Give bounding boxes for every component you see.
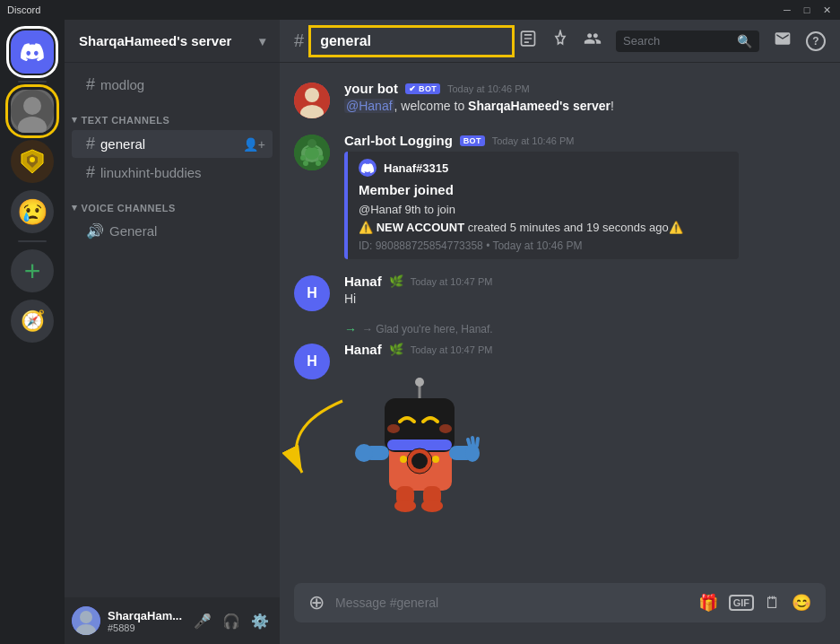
close-button[interactable]: ✕ xyxy=(820,4,833,16)
add-attachment-button[interactable]: ⊕ xyxy=(308,591,325,614)
message-input[interactable] xyxy=(335,596,688,610)
leaf-badge-hanaf2: 🌿 xyxy=(389,343,403,356)
message-content-hanaf1: Hanaf 🌿 Today at 10:47 PM Hi xyxy=(344,274,826,311)
add-server-button[interactable]: + xyxy=(11,249,54,292)
message-group-carlbot: Carl-bot Logging BOT Today at 10:46 PM xyxy=(280,129,840,263)
svg-point-41 xyxy=(387,424,400,433)
robot-image xyxy=(344,361,826,517)
message-time-hanaf2: Today at 10:47 PM xyxy=(411,344,493,355)
svg-point-1 xyxy=(23,97,41,115)
svg-point-19 xyxy=(316,161,321,166)
threads-icon[interactable] xyxy=(519,30,537,52)
message-group-hanaf2-wrapper: → → Glad you're here, Hanaf. H Hanaf 🌿 T… xyxy=(280,322,840,520)
user-discriminator: #5889 xyxy=(108,622,183,633)
search-icon: 🔍 xyxy=(737,34,752,48)
input-icons: 🎁 GIF 🗒 😊 xyxy=(698,593,811,613)
server-icon-server2[interactable] xyxy=(11,140,54,183)
user-controls: 🎤 🎧 ⚙️ xyxy=(190,608,273,633)
title-bar: Discord ─ □ ✕ xyxy=(0,0,840,20)
message-author-carlbot: Carl-bot Logging xyxy=(344,133,453,148)
embed-id: ID: 980888725854773358 • Today at 10:46 … xyxy=(359,239,728,252)
message-author-yourbot: your bot xyxy=(344,81,398,96)
add-member-icon[interactable]: 👤+ xyxy=(243,137,265,152)
channel-hash-icon: # xyxy=(294,30,304,51)
channel-item-general-voice[interactable]: 🔊 General xyxy=(72,218,273,244)
collapse-icon-voice: ▾ xyxy=(72,202,78,213)
channel-header: # general xyxy=(280,20,840,63)
bot-badge-carlbot: BOT xyxy=(460,135,485,146)
chevron-down-icon: ▾ xyxy=(259,34,265,48)
message-author-hanaf2: Hanaf xyxy=(344,342,382,357)
avatar-hanaf2: H xyxy=(294,344,330,379)
embed-author-icon xyxy=(359,159,377,177)
svg-point-5 xyxy=(30,157,35,162)
search-box[interactable]: 🔍 xyxy=(616,30,759,52)
inbox-icon[interactable] xyxy=(774,30,792,52)
help-icon[interactable]: ? xyxy=(806,31,826,51)
channel-item-general[interactable]: # general 👤+ xyxy=(72,130,273,158)
svg-line-40 xyxy=(477,439,478,446)
speaker-icon: 🔊 xyxy=(86,222,104,239)
embed-author-name: Hanaf#3315 xyxy=(384,161,448,175)
message-author-hanaf1: Hanaf xyxy=(344,274,382,289)
embed-title: Member joined xyxy=(359,182,728,197)
bot-badge-yourbot: ✔ BOT xyxy=(405,83,440,94)
message-content-yourbot: your bot ✔ BOT Today at 10:46 PM @Hanaf,… xyxy=(344,81,826,118)
svg-point-35 xyxy=(400,456,407,463)
user-area: SharqaHam... #5889 🎤 🎧 ⚙️ xyxy=(65,597,280,644)
leaf-badge-hanaf1: 🌿 xyxy=(389,274,403,288)
channel-list: # modlog ▾ TEXT CHANNELS # general 👤+ # … xyxy=(65,63,280,597)
settings-button[interactable]: ⚙️ xyxy=(247,608,273,633)
svg-line-39 xyxy=(472,438,473,445)
gift-icon[interactable]: 🎁 xyxy=(698,593,718,613)
server-separator-2 xyxy=(18,240,47,242)
server-icon-sharqahameed[interactable] xyxy=(11,90,54,133)
svg-point-34 xyxy=(411,453,428,469)
message-header-carlbot: Carl-bot Logging BOT Today at 10:46 PM xyxy=(344,133,826,148)
microphone-button[interactable]: 🎤 xyxy=(190,608,215,633)
message-group-yourbot: your bot ✔ BOT Today at 10:46 PM @Hanaf,… xyxy=(280,77,840,122)
svg-line-38 xyxy=(468,439,470,446)
search-input[interactable] xyxy=(623,34,732,48)
channel-header-name: general xyxy=(315,31,508,51)
svg-point-14 xyxy=(305,147,319,160)
maximize-button[interactable]: □ xyxy=(801,4,813,16)
category-voice-channels[interactable]: ▾ VOICE CHANNELS xyxy=(65,187,280,217)
pin-icon[interactable] xyxy=(551,30,569,52)
reply-indicator: → → Glad you're here, Hanaf. xyxy=(280,322,840,336)
emoji-icon[interactable]: 😊 xyxy=(792,593,811,613)
message-text-yourbot: @Hanaf, welcome to SharqaHameed's server… xyxy=(344,98,826,116)
messages-area[interactable]: your bot ✔ BOT Today at 10:46 PM @Hanaf,… xyxy=(280,63,840,583)
minimize-button[interactable]: ─ xyxy=(781,4,793,16)
embed-field-2: ⚠️ NEW ACCOUNT created 5 minutes and 19 … xyxy=(359,219,728,237)
message-input-box: ⊕ 🎁 GIF 🗒 😊 xyxy=(294,583,826,622)
message-input-area: ⊕ 🎁 GIF 🗒 😊 xyxy=(280,583,840,644)
message-group-hanaf2: H Hanaf 🌿 Today at 10:47 PM xyxy=(280,338,840,520)
carlbot-embed: Hanaf#3315 Member joined @Hanaf 9th to j… xyxy=(344,152,739,259)
channel-item-modlog[interactable]: # modlog xyxy=(72,71,273,99)
svg-point-17 xyxy=(318,155,324,161)
embed-author: Hanaf#3315 xyxy=(359,159,728,177)
message-group-hanaf1: H Hanaf 🌿 Today at 10:47 PM Hi xyxy=(280,270,840,315)
members-icon[interactable] xyxy=(584,30,602,52)
sticker-icon[interactable]: 🗒 xyxy=(765,594,781,613)
username: SharqaHam... xyxy=(108,609,183,622)
channel-item-linuxhint-buddies[interactable]: # linuxhint-buddies xyxy=(72,159,273,187)
server-separator xyxy=(18,81,47,83)
message-content-hanaf2: Hanaf 🌿 Today at 10:47 PM xyxy=(344,342,826,517)
svg-point-15 xyxy=(307,139,316,148)
server-icon-server3[interactable]: 😢 xyxy=(11,190,54,233)
headphones-button[interactable]: 🎧 xyxy=(219,608,244,633)
message-text-hanaf1: Hi xyxy=(344,291,826,309)
category-text-channels[interactable]: ▾ TEXT CHANNELS xyxy=(65,100,280,129)
svg-point-36 xyxy=(432,456,439,463)
svg-point-31 xyxy=(394,500,416,512)
app-body: 😢 + 🧭 SharqaHameed's server ▾ # modlog ▾… xyxy=(0,20,840,644)
server-header[interactable]: SharqaHameed's server ▾ xyxy=(65,20,280,63)
explore-servers-button[interactable]: 🧭 xyxy=(11,300,54,343)
svg-point-18 xyxy=(303,161,308,166)
server-icon-discord-home[interactable] xyxy=(11,30,54,74)
hash-icon-linuxhint: # xyxy=(86,163,95,182)
message-time-carlbot: Today at 10:46 PM xyxy=(492,135,575,146)
gif-icon[interactable]: GIF xyxy=(729,595,754,611)
